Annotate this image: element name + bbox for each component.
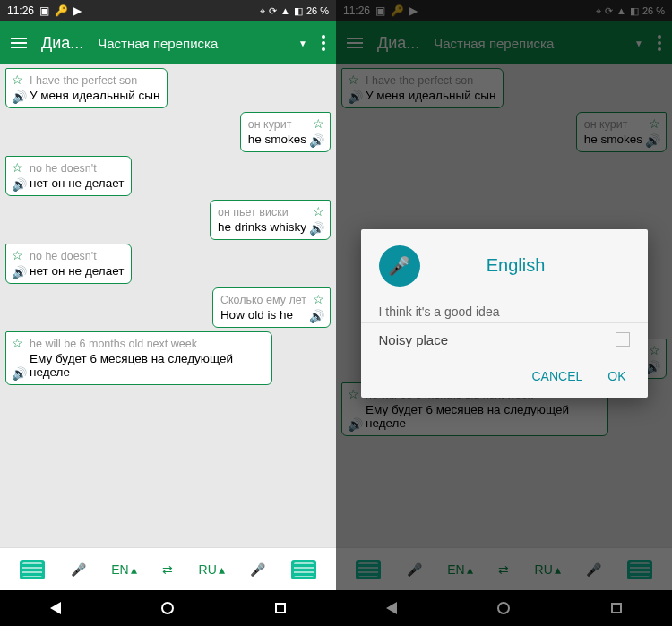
source-text: он пьет виски [218,206,306,219]
status-bar: 11:26 ▣ 🔑 ▶ ⌖ ⟳ ▲ ◧ 26 % [0,0,336,21]
modal-overlay[interactable]: 🎤 English I think it's a good idea Noisy… [336,0,672,626]
back-icon[interactable] [50,602,61,614]
target-text: нет он не делает [30,176,124,190]
keyboard-icon[interactable] [291,560,316,579]
speaker-icon[interactable]: 🔊 [309,309,324,323]
recognized-text: I think it's a good idea [361,294,648,322]
speaker-icon[interactable]: 🔊 [12,366,27,381]
app-title: Диа... [41,34,83,53]
location-icon: ⌖ [260,5,265,17]
battery-text: 26 % [306,5,329,16]
message-bubble[interactable]: ☆ 🔊 он пьет виски he drinks whisky [210,200,331,240]
menu-icon[interactable] [11,42,27,44]
star-icon[interactable]: ☆ [12,73,23,87]
noisy-checkbox[interactable] [616,332,630,347]
source-text: он курит [248,118,306,131]
bottom-bar: 🎤 EN ▴ ⇄ RU ▴ 🎤 [0,547,336,590]
image-icon: ▣ [39,4,49,17]
battery-icon: ◧ [294,5,303,17]
lang-right[interactable]: RU ▴ [199,562,225,577]
message-bubble[interactable]: ☆ 🔊 он курит he smokes [240,112,331,152]
phone-left: 11:26 ▣ 🔑 ▶ ⌖ ⟳ ▲ ◧ 26 % Диа... Частная … [0,0,336,626]
target-text: he smokes [248,133,306,146]
wifi-icon: ▲ [280,5,290,16]
target-text: How old is he [220,308,306,322]
swap-icon[interactable]: ⇄ [162,562,173,577]
home-icon[interactable] [161,602,174,614]
target-text: he drinks whisky [218,220,306,234]
star-icon[interactable]: ☆ [313,116,324,131]
mic-icon[interactable]: 🎤 [250,562,265,577]
star-icon[interactable]: ☆ [12,336,23,350]
source-text: he will be 6 months old next week [30,338,264,350]
overflow-icon[interactable] [322,35,325,51]
recent-icon[interactable] [275,603,286,613]
source-text: I have the perfect son [30,74,159,87]
play-icon: ▶ [73,4,82,17]
noisy-row[interactable]: Noisy place [361,322,648,356]
lang-left[interactable]: EN ▴ [111,562,136,577]
star-icon[interactable]: ☆ [12,248,23,262]
star-icon[interactable]: ☆ [313,204,324,219]
target-text: нет он не делает [30,264,124,278]
dialog-language: English [438,255,594,276]
app-subtitle[interactable]: Частная переписка [98,36,280,51]
sync-icon: ⟳ [269,5,277,17]
chat-content: ☆ 🔊 I have the perfect son У меня идеаль… [0,64,336,547]
message-bubble[interactable]: ☆ 🔊 Сколько ему лет How old is he [212,287,331,328]
ok-button[interactable]: OK [607,369,625,383]
speaker-icon[interactable]: 🔊 [12,265,27,279]
message-bubble[interactable]: ☆ 🔊 he will be 6 months old next week Ем… [5,331,272,385]
voice-dialog: 🎤 English I think it's a good idea Noisy… [361,229,648,398]
message-bubble[interactable]: ☆ 🔊 no he doesn't нет он не делает [5,244,132,284]
source-text: Сколько ему лет [220,294,306,306]
mic-button[interactable]: 🎤 [379,245,420,287]
nav-bar [0,590,336,626]
star-icon[interactable]: ☆ [313,292,324,306]
speaker-icon[interactable]: 🔊 [12,177,27,192]
phone-right: 11:26 ▣ 🔑 ▶ ⌖ ⟳ ▲ ◧ 26 % Диа... Частная … [336,0,672,626]
message-bubble[interactable]: ☆ 🔊 I have the perfect son У меня идеаль… [5,68,168,108]
cancel-button[interactable]: CANCEL [531,369,582,383]
message-bubble[interactable]: ☆ 🔊 no he doesn't нет он не делает [5,156,132,196]
star-icon[interactable]: ☆ [12,160,23,175]
app-bar: Диа... Частная переписка ▼ [0,21,336,64]
speaker-icon[interactable]: 🔊 [309,221,324,236]
noisy-label: Noisy place [379,332,449,347]
source-text: no he doesn't [30,162,124,175]
keyboard-icon[interactable] [20,560,45,579]
status-time: 11:26 [7,4,34,17]
key-icon: 🔑 [55,4,68,17]
target-text: Ему будет 6 месяцев на следующей неделе [30,352,264,379]
mic-icon[interactable]: 🎤 [71,562,86,577]
target-text: У меня идеальный сын [30,89,159,102]
dropdown-icon[interactable]: ▼ [298,39,307,48]
source-text: no he doesn't [30,250,124,262]
speaker-icon[interactable]: 🔊 [309,133,324,148]
speaker-icon[interactable]: 🔊 [12,90,27,104]
